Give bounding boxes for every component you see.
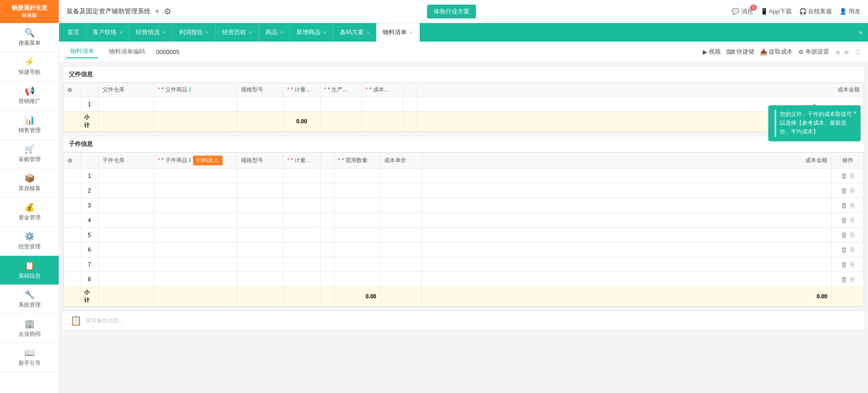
tab-home[interactable]: 首页	[61, 23, 86, 42]
child-row-op-7[interactable]: 🗑 ⎘	[832, 272, 864, 287]
child-row-price-0[interactable]	[380, 169, 422, 183]
message-button[interactable]: 💬 6 消息	[732, 7, 753, 16]
child-row-unit-6[interactable]	[283, 257, 320, 272]
tab-bom-close[interactable]: ×	[410, 30, 412, 35]
child-row-warehouse-6[interactable]	[99, 257, 154, 272]
sidebar-item-quick-nav[interactable]: ⚡ 快捷导航	[0, 52, 59, 81]
nav-menu[interactable]: ☰	[855, 48, 861, 55]
child-row-op-6[interactable]: 🗑 ⎘	[832, 257, 864, 272]
child-row-unit-7[interactable]	[283, 272, 320, 287]
app-download-link[interactable]: 📱 App下载	[760, 7, 792, 16]
tab-goods[interactable]: 商品 ×	[259, 23, 290, 42]
copy-icon-1[interactable]: ⎘	[850, 187, 855, 194]
child-row-op-1[interactable]: 🗑 ⎘	[832, 183, 864, 198]
sidebar-item-purchase[interactable]: 🛒 采购管理	[0, 139, 59, 169]
sidebar-item-operations[interactable]: ⚙️ 经营管理	[0, 227, 59, 256]
child-row-spec-0[interactable]	[237, 169, 283, 183]
child-row-qty-3[interactable]	[334, 213, 380, 228]
scan-button[interactable]: 扫码录入	[193, 156, 223, 165]
child-row-product-0[interactable]	[154, 169, 237, 183]
nav-next[interactable]: ▶	[845, 48, 850, 55]
child-row-price-5[interactable]	[380, 242, 422, 257]
child-row-qty-5[interactable]	[334, 242, 380, 257]
child-row-warehouse-2[interactable]	[99, 198, 154, 213]
child-row-price-1[interactable]	[380, 183, 422, 198]
child-row-spec-4[interactable]	[237, 228, 283, 242]
sidebar-item-guide[interactable]: 📖 新手引导	[0, 343, 59, 372]
delete-icon-0[interactable]: 🗑	[841, 172, 848, 180]
tab-barcode-close[interactable]: ×	[367, 30, 369, 35]
sidebar-item-inventory[interactable]: 📦 库存核算	[0, 169, 59, 198]
copy-icon-2[interactable]: ⎘	[850, 201, 855, 209]
copy-icon-0[interactable]: ⎘	[850, 172, 855, 180]
child-row-warehouse-0[interactable]	[99, 169, 154, 183]
tab-barcode[interactable]: 条码方案 ×	[333, 23, 376, 42]
parent-row-produce[interactable]	[320, 97, 362, 112]
child-row-price-6[interactable]	[380, 257, 422, 272]
child-row-spec-6[interactable]	[237, 257, 283, 272]
sidebar-item-finance[interactable]: 💰 资金管理	[0, 198, 59, 227]
child-row-qty-6[interactable]	[334, 257, 380, 272]
child-row-product-1[interactable]	[154, 183, 237, 198]
sub-tab-bom-code[interactable]: 物料清单编码	[105, 46, 149, 58]
delete-icon-3[interactable]: 🗑	[841, 216, 848, 224]
sidebar-item-basic-info[interactable]: 📋 基础信息	[0, 256, 59, 285]
delete-icon-6[interactable]: 🗑	[841, 260, 848, 268]
note-placeholder[interactable]: 填写备注信息...	[85, 317, 123, 325]
view-action[interactable]: ▶ 视频	[703, 48, 721, 56]
child-row-op-4[interactable]: 🗑 ⎘	[832, 228, 864, 242]
child-row-warehouse-1[interactable]	[99, 183, 154, 198]
nav-prev[interactable]: ◀	[835, 48, 839, 55]
child-row-unit-3[interactable]	[283, 213, 320, 228]
tooltip-close-button[interactable]: ×	[853, 108, 857, 118]
child-row-qty-1[interactable]	[334, 183, 380, 198]
parent-row-unit[interactable]	[283, 97, 320, 112]
child-row-warehouse-3[interactable]	[99, 213, 154, 228]
sidebar-item-enterprise[interactable]: 🏢 企业协同	[0, 314, 59, 343]
parent-row-spec[interactable]	[237, 97, 283, 112]
child-row-price-2[interactable]	[380, 198, 422, 213]
single-settings-action[interactable]: ⚙ 单据设置	[798, 48, 829, 56]
sidebar-item-marketing[interactable]: 📢 营销推广	[0, 81, 59, 110]
child-row-unit-4[interactable]	[283, 228, 320, 242]
child-row-product-3[interactable]	[154, 213, 237, 228]
child-row-spec-5[interactable]	[237, 242, 283, 257]
child-row-op-3[interactable]: 🗑 ⎘	[832, 213, 864, 228]
child-row-qty-2[interactable]	[334, 198, 380, 213]
trial-button[interactable]: 体验行业方案	[427, 5, 476, 18]
child-row-price-7[interactable]	[380, 272, 422, 287]
sub-tab-bom-list[interactable]: 物料清单	[66, 45, 98, 58]
extract-cost-action[interactable]: 📥 提取成本	[760, 48, 793, 56]
tab-customer-close[interactable]: ×	[120, 30, 122, 35]
close-all-tabs[interactable]: ×	[855, 29, 866, 36]
tab-bom[interactable]: 物料清单 ×	[376, 23, 419, 42]
child-row-warehouse-5[interactable]	[99, 242, 154, 257]
copy-icon-3[interactable]: ⎘	[850, 216, 855, 224]
delete-icon-5[interactable]: 🗑	[841, 246, 848, 254]
parent-col-gear[interactable]: ⚙	[64, 83, 80, 97]
header-dropdown-icon[interactable]: ▼	[154, 8, 160, 15]
shortcut-action[interactable]: ⌨ 快捷键	[726, 48, 754, 56]
online-support-link[interactable]: 🎧 在线客服	[799, 7, 832, 16]
parent-row-cost[interactable]	[362, 97, 404, 112]
parent-row-warehouse[interactable]	[99, 97, 154, 112]
tab-customer[interactable]: 客户联络 ×	[86, 23, 129, 42]
child-row-product-6[interactable]	[154, 257, 237, 272]
child-row-op-5[interactable]: 🗑 ⎘	[832, 242, 864, 257]
tab-profit[interactable]: 利润报告 ×	[173, 23, 216, 42]
child-row-spec-1[interactable]	[237, 183, 283, 198]
tab-goods-close[interactable]: ×	[280, 30, 283, 35]
tab-operations-close[interactable]: ×	[163, 30, 165, 35]
child-row-warehouse-4[interactable]	[99, 228, 154, 242]
child-row-op-2[interactable]: 🗑 ⎘	[832, 198, 864, 213]
child-row-product-2[interactable]	[154, 198, 237, 213]
tab-new-goods[interactable]: 新增商品 ×	[290, 23, 333, 42]
delete-icon-7[interactable]: 🗑	[841, 275, 848, 283]
child-row-price-3[interactable]	[380, 213, 422, 228]
child-row-unit-2[interactable]	[283, 198, 320, 213]
child-row-unit-0[interactable]	[283, 169, 320, 183]
header-gear-icon[interactable]: ⚙	[164, 6, 171, 17]
child-row-spec-3[interactable]	[237, 213, 283, 228]
tab-history-close[interactable]: ×	[249, 30, 252, 35]
delete-icon-4[interactable]: 🗑	[841, 231, 848, 239]
